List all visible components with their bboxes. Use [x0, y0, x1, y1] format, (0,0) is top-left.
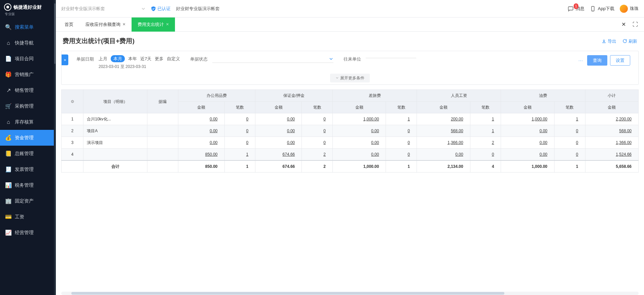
data-cell[interactable]: 0.00: [255, 125, 302, 137]
sidebar-item-8[interactable]: 📒总账管理: [0, 146, 54, 161]
user-menu[interactable]: 珠珠: [620, 5, 639, 13]
data-cell[interactable]: 0: [302, 125, 333, 137]
collapse-handle[interactable]: »: [62, 54, 68, 65]
expand-filters[interactable]: 展开更多条件: [330, 74, 370, 82]
data-cell[interactable]: 0.00: [501, 137, 554, 149]
app-download-button[interactable]: App下载: [590, 5, 614, 12]
sidebar-item-6[interactable]: ⌂库存核算: [0, 114, 54, 130]
sidebar-item-7[interactable]: 💰资金管理: [0, 130, 54, 146]
project-cell[interactable]: 项目A: [83, 125, 147, 137]
data-cell[interactable]: 0: [386, 137, 417, 149]
tab-close-icon[interactable]: ✕: [166, 22, 169, 27]
data-cell[interactable]: 0: [386, 125, 417, 137]
data-cell[interactable]: 0: [224, 137, 255, 149]
tab[interactable]: 费用支出统计✕: [132, 17, 175, 32]
date-option[interactable]: 更多: [155, 56, 164, 62]
horizontal-scrollbar[interactable]: [61, 292, 639, 295]
data-cell[interactable]: 1,000.00: [501, 113, 554, 125]
export-button[interactable]: 导出: [602, 38, 616, 45]
messages-button[interactable]: 消息 1: [568, 5, 584, 12]
export-icon: [602, 39, 606, 43]
data-cell[interactable]: 0.00: [501, 149, 554, 161]
data-cell[interactable]: 850.00: [178, 149, 224, 161]
date-option[interactable]: 本年: [128, 56, 137, 62]
sidebar-item-12[interactable]: 💳工资: [0, 209, 54, 225]
data-cell[interactable]: 674.66: [255, 149, 302, 161]
data-cell[interactable]: 0: [554, 137, 585, 149]
project-cell[interactable]: 合川10kv化...: [83, 113, 147, 125]
data-cell[interactable]: 0.00: [333, 149, 386, 161]
sidebar-item-5[interactable]: 🛒采购管理: [0, 98, 54, 114]
data-cell[interactable]: 1: [554, 113, 585, 125]
filter-date: 单据日期 上月本月本年近7天更多自定义 2023-03-01 至 2023-03…: [76, 55, 180, 70]
sidebar-item-9[interactable]: 🧾发票管理: [0, 161, 54, 177]
data-cell[interactable]: 0: [554, 125, 585, 137]
data-cell[interactable]: 0: [470, 149, 501, 161]
search-icon: 🔍: [5, 24, 11, 30]
data-cell[interactable]: 1,366.00: [585, 137, 639, 149]
filter-partner: 往来单位: [344, 55, 416, 63]
data-cell[interactable]: 568.00: [417, 125, 470, 137]
data-cell[interactable]: 0: [224, 125, 255, 137]
data-cell[interactable]: 0.00: [501, 125, 554, 137]
project-cell[interactable]: [83, 149, 147, 161]
status-select[interactable]: [212, 55, 333, 63]
sidebar-item-2[interactable]: 📄项目合同: [0, 51, 54, 67]
data-cell[interactable]: 0.00: [417, 149, 470, 161]
tab-close-icon[interactable]: ✕: [122, 22, 126, 27]
data-cell[interactable]: 0.00: [333, 137, 386, 149]
data-cell[interactable]: 0.00: [178, 125, 224, 137]
data-cell[interactable]: 200.00: [417, 113, 470, 125]
data-cell[interactable]: 0: [554, 149, 585, 161]
data-cell[interactable]: 0.00: [178, 137, 224, 149]
tab-close-all[interactable]: ✕: [618, 21, 629, 29]
data-table: ⚙项目（明细）据编办公用品费保证金/押金差旅费人员工资油费小计金额笔数金额笔数金…: [61, 89, 639, 173]
data-cell[interactable]: 0: [386, 149, 417, 161]
data-cell[interactable]: 0: [302, 113, 333, 125]
sidebar-item-4[interactable]: ↗销售管理: [0, 82, 54, 98]
data-cell[interactable]: 0.00: [255, 113, 302, 125]
col-group: 保证金/押金: [255, 90, 333, 102]
date-option[interactable]: 本月: [111, 55, 125, 63]
more-filters[interactable]: ···: [577, 57, 584, 64]
sidebar-item-1[interactable]: ⌂快捷导航: [0, 35, 54, 51]
data-cell[interactable]: 1: [470, 113, 501, 125]
date-option[interactable]: 上月: [99, 56, 107, 62]
data-cell[interactable]: 0: [224, 113, 255, 125]
query-button[interactable]: 查询: [587, 55, 607, 66]
tab-fullscreen[interactable]: ⛶: [629, 21, 641, 29]
download-icon: [590, 6, 596, 12]
data-cell[interactable]: 1: [470, 125, 501, 137]
topbar-subtitle: 好业财专业版演示帐套: [176, 5, 220, 12]
sidebar-item-11[interactable]: 🏢固定资产: [0, 193, 54, 209]
data-cell[interactable]: 2: [302, 149, 333, 161]
date-option[interactable]: 近7天: [140, 56, 151, 62]
data-cell[interactable]: 1,524.66: [585, 149, 639, 161]
biz-icon: 📈: [5, 230, 11, 236]
messages-badge: 1: [574, 3, 578, 9]
data-cell[interactable]: 0: [302, 137, 333, 149]
tab[interactable]: 应收应付余额查询✕: [79, 17, 132, 32]
data-cell[interactable]: 2: [470, 137, 501, 149]
data-cell[interactable]: 0.00: [333, 125, 386, 137]
settings-button[interactable]: 设置: [610, 55, 630, 66]
data-cell[interactable]: 568.00: [585, 125, 639, 137]
sidebar-item-0[interactable]: 🔍搜索菜单: [0, 19, 54, 35]
data-cell[interactable]: 1,000.00: [333, 113, 386, 125]
data-cell[interactable]: 1: [224, 149, 255, 161]
sidebar-item-13[interactable]: 📈经营管理: [0, 225, 54, 241]
data-cell[interactable]: 0.00: [178, 113, 224, 125]
tenant-select[interactable]: 好业财专业版演示帐套: [61, 5, 145, 12]
project-cell[interactable]: 演示项目: [83, 137, 147, 149]
sidebar-item-10[interactable]: 📊税务管理: [0, 177, 54, 193]
date-option[interactable]: 自定义: [167, 56, 180, 62]
sidebar-item-3[interactable]: 🎁营销推广: [0, 67, 54, 82]
data-cell[interactable]: 2,200.00: [585, 113, 639, 125]
partner-input[interactable]: [366, 55, 416, 58]
tab[interactable]: 首页: [59, 17, 79, 32]
data-cell[interactable]: 1,366.00: [417, 137, 470, 149]
data-cell[interactable]: 0.00: [255, 137, 302, 149]
data-cell[interactable]: 1: [386, 113, 417, 125]
gear-icon[interactable]: ⚙: [71, 99, 74, 104]
refresh-button[interactable]: 刷新: [622, 38, 637, 45]
